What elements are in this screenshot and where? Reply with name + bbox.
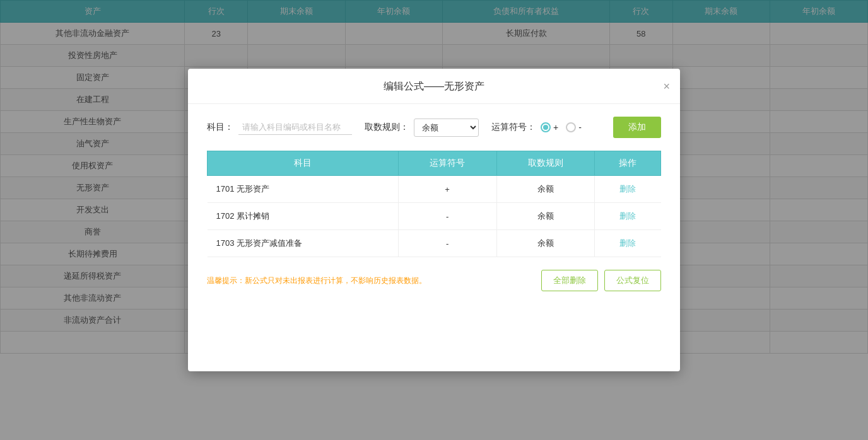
data-table: 科目 运算符号 取数规则 操作 1701 无形资产 + 余额 删除 1702 累…: [207, 151, 661, 257]
delete-link[interactable]: 删除: [619, 211, 636, 221]
table-row: 1702 累计摊销 - 余额 删除: [208, 203, 661, 230]
footer-tip: 温馨提示：新公式只对未出报表进行计算，不影响历史报表数据。: [207, 275, 426, 286]
delete-link[interactable]: 删除: [619, 238, 636, 248]
col-header-rule: 取数规则: [496, 151, 595, 176]
modal-dialog: 编辑公式——无形资产 × 科目： 取数规则： 余额 借方发生额 贷方发生额 运算…: [188, 69, 680, 371]
subject-label: 科目：: [207, 122, 233, 133]
radio-group: + -: [541, 122, 582, 132]
add-button[interactable]: 添加: [613, 117, 661, 138]
radio-minus[interactable]: -: [566, 122, 582, 132]
form-row: 科目： 取数规则： 余额 借方发生额 贷方发生额 运算符号： +: [188, 104, 680, 151]
radio-plus-circle: [541, 122, 551, 132]
footer-buttons: 全部删除 公式复位: [541, 270, 661, 291]
radio-minus-label: -: [578, 122, 582, 132]
operator-label: 运算符号：: [491, 122, 536, 133]
data-table-wrap: 科目 运算符号 取数规则 操作 1701 无形资产 + 余额 删除 1702 累…: [188, 151, 680, 257]
delete-link[interactable]: 删除: [619, 184, 636, 194]
radio-plus-label: +: [553, 122, 558, 132]
modal-header: 编辑公式——无形资产 ×: [188, 69, 680, 104]
table-row: 1701 无形资产 + 余额 删除: [208, 176, 661, 203]
operator-group: 运算符号： + -: [491, 122, 582, 133]
modal-title: 编辑公式——无形资产: [384, 81, 484, 91]
reset-formula-button[interactable]: 公式复位: [604, 270, 661, 291]
delete-all-button[interactable]: 全部删除: [541, 270, 598, 291]
col-header-operator: 运算符号: [398, 151, 496, 176]
rule-group: 取数规则： 余额 借方发生额 贷方发生额: [365, 119, 479, 137]
radio-minus-circle: [566, 122, 576, 132]
col-header-subject: 科目: [208, 151, 399, 176]
modal-footer: 温馨提示：新公式只对未出报表进行计算，不影响历史报表数据。 全部删除 公式复位: [188, 257, 680, 298]
rule-select[interactable]: 余额 借方发生额 贷方发生额: [414, 119, 479, 137]
modal-close-button[interactable]: ×: [663, 81, 670, 92]
subject-input[interactable]: [238, 120, 352, 135]
radio-plus[interactable]: +: [541, 122, 558, 132]
modal-overlay: 编辑公式——无形资产 × 科目： 取数规则： 余额 借方发生额 贷方发生额 运算…: [0, 0, 868, 440]
subject-group: 科目：: [207, 120, 352, 135]
rule-label: 取数规则：: [365, 122, 409, 133]
col-header-action: 操作: [595, 151, 661, 176]
table-row: 1703 无形资产减值准备 - 余额 删除: [208, 230, 661, 257]
